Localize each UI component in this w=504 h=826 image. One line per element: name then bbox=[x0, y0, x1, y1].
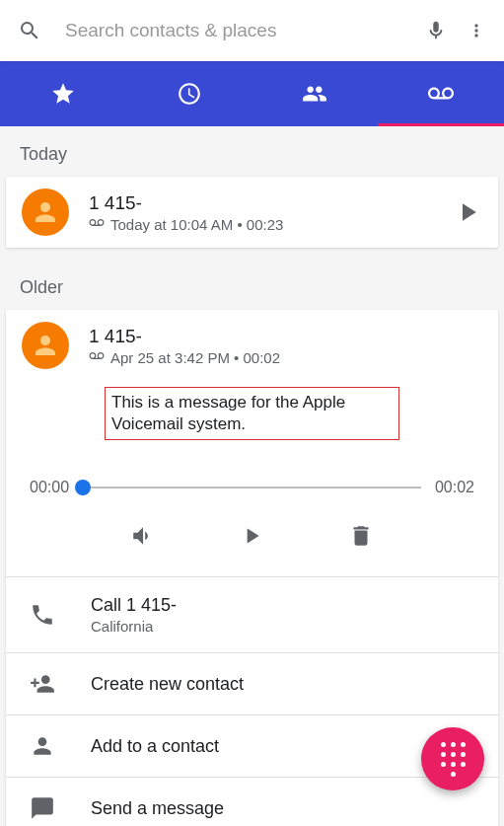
action-send-message-label: Send a message bbox=[91, 798, 224, 819]
action-call[interactable]: Call 1 415- California bbox=[6, 576, 498, 652]
voicemail-meta: Apr 25 at 3:42 PM • 00:02 bbox=[110, 349, 280, 366]
play-icon[interactable] bbox=[453, 197, 482, 227]
section-today: Today bbox=[0, 126, 504, 177]
more-icon[interactable] bbox=[467, 21, 486, 40]
action-call-title: Call 1 415- bbox=[91, 595, 474, 616]
action-create-contact-label: Create new contact bbox=[91, 674, 244, 695]
avatar[interactable] bbox=[22, 188, 69, 236]
star-icon bbox=[50, 81, 76, 107]
voicemail-icon bbox=[428, 81, 454, 107]
voicemail-small-icon bbox=[89, 219, 105, 229]
person-add-icon bbox=[30, 671, 55, 697]
dialpad-fab[interactable] bbox=[421, 727, 484, 790]
total-time: 00:02 bbox=[435, 479, 474, 496]
avatar[interactable] bbox=[22, 322, 69, 369]
voicemail-number: 1 415- bbox=[89, 326, 482, 347]
delete-icon[interactable] bbox=[348, 523, 374, 549]
search-bar bbox=[0, 0, 504, 61]
section-older: Older bbox=[0, 260, 504, 310]
tab-recents[interactable] bbox=[126, 61, 252, 126]
voicemail-meta: Today at 10:04 AM • 00:23 bbox=[110, 216, 283, 233]
search-input[interactable] bbox=[65, 20, 425, 41]
mic-icon[interactable] bbox=[425, 20, 447, 41]
person-icon bbox=[31, 197, 60, 227]
voicemail-list: Today 1 415- Today at 10:04 AM • 00:23 O… bbox=[0, 126, 504, 826]
action-send-message[interactable]: Send a message bbox=[6, 777, 498, 826]
voicemail-transcript: This is a message for the Apple Voicemai… bbox=[105, 387, 399, 440]
speaker-icon[interactable] bbox=[130, 523, 156, 549]
message-icon bbox=[30, 795, 55, 821]
person-icon bbox=[30, 733, 55, 759]
people-icon bbox=[302, 81, 327, 107]
audio-player: 00:00 00:02 bbox=[6, 460, 498, 576]
phone-icon bbox=[30, 602, 55, 628]
voicemail-card-collapsed[interactable]: 1 415- Today at 10:04 AM • 00:23 bbox=[6, 177, 498, 248]
tab-indicator bbox=[378, 123, 504, 126]
action-add-contact-label: Add to a contact bbox=[91, 736, 219, 757]
seek-slider[interactable] bbox=[83, 478, 421, 497]
play-icon[interactable] bbox=[239, 523, 264, 549]
search-icon[interactable] bbox=[18, 19, 41, 42]
action-call-sub: California bbox=[91, 618, 474, 635]
person-icon bbox=[31, 331, 60, 360]
tab-favorites[interactable] bbox=[0, 61, 126, 126]
voicemail-number: 1 415- bbox=[89, 192, 453, 214]
dialpad-icon bbox=[441, 742, 466, 777]
seek-thumb[interactable] bbox=[75, 480, 91, 495]
current-time: 00:00 bbox=[30, 479, 69, 496]
tab-voicemail[interactable] bbox=[378, 61, 504, 126]
voicemail-small-icon bbox=[89, 352, 105, 362]
action-create-contact[interactable]: Create new contact bbox=[6, 652, 498, 714]
clock-icon bbox=[177, 81, 202, 107]
tabs bbox=[0, 61, 504, 126]
tab-contacts[interactable] bbox=[252, 61, 379, 126]
